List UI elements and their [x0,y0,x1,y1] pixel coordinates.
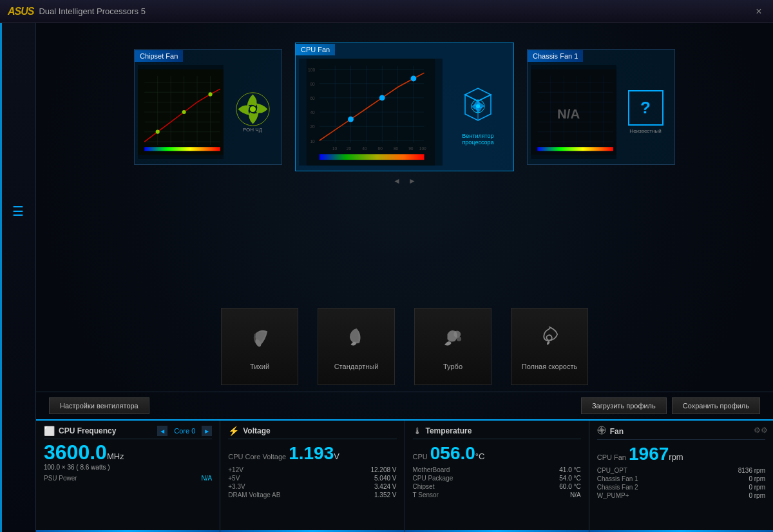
svg-point-53 [476,104,480,108]
voltage-5v-row: +5V 5.040 V [228,475,396,482]
svg-point-13 [156,130,160,134]
main-area: ☰ Chipset Fan [0,23,773,532]
cpu-fan-speed-label: CPU Fan [597,453,626,461]
svg-point-40 [410,76,416,82]
cpu-freq-icon: ⬜ [44,426,55,436]
svg-text:20: 20 [347,146,352,151]
cpu-freq-value: 3600.0MHz [44,442,212,462]
svg-text:10: 10 [310,139,315,144]
fan-panel-header: Fan ⚙⚙ [597,426,765,440]
mode-standard-button[interactable]: Стандартный [318,308,395,385]
svg-text:40: 40 [310,110,315,115]
motherboard-temp-row: MotherBoard 41.0 °C [413,466,581,473]
quiet-label: Тихий [250,363,269,370]
voltage-header: ⚡ Voltage [228,426,396,439]
svg-point-71 [456,337,461,341]
cpu-core-voltage-value: 1.193V [289,444,339,462]
sidebar: ☰ [0,23,36,532]
voltage-title: Voltage [243,426,270,435]
close-button[interactable]: × [752,5,765,18]
save-profile-button[interactable]: Сохранить профиль [672,397,760,414]
cpu-freq-nav: ◄ Core 0 ► [157,426,212,436]
profile-buttons: Загрузить профиль Сохранить профиль [581,397,760,414]
quiet-icon [245,323,274,357]
cpu-freq-next[interactable]: ► [202,426,212,436]
titlebar: ASUS Dual Intelligent Processors 5 × [0,0,773,23]
cpu-freq-prev[interactable]: ◄ [157,426,167,436]
chassis1-fan-chart: N/A [531,65,616,159]
nav-next[interactable]: ► [408,176,416,185]
svg-text:60: 60 [310,96,315,100]
turbo-icon [439,323,468,357]
svg-text:10: 10 [332,146,338,151]
svg-text:40: 40 [362,146,367,151]
svg-marker-50 [465,88,491,101]
mode-section: Тихий Стандартный [36,295,773,392]
cpu-fan-speed-value: 1967rpm [629,445,683,463]
fan-card-cpu[interactable]: CPU Fan 100 80 60 40 20 10 [295,43,514,171]
load-profile-button[interactable]: Загрузить профиль [581,397,667,414]
fullspeed-icon [535,323,564,357]
svg-text:80: 80 [310,82,315,86]
svg-rect-48 [320,154,425,160]
menu-icon[interactable]: ☰ [12,204,24,219]
chipset-fan-chart [138,65,224,159]
chassis1-fan-label: Неизвестный [629,128,661,134]
standard-icon [342,323,371,357]
fan-panel-title: Fan [610,427,624,436]
fan-card-chassis1[interactable]: Chassis Fan 1 [527,49,675,165]
mode-quiet-button[interactable]: Тихий [221,308,298,385]
nav-prev[interactable]: ◄ [393,176,401,185]
svg-rect-67 [537,147,613,151]
cpu-freq-header: ⬜ CPU Frequency ◄ Core 0 ► [44,426,212,439]
standard-label: Стандартный [334,363,379,370]
cpu-fan-chart: 100 80 60 40 20 10 [299,59,443,166]
nav-dots: ◄ ► [55,171,754,191]
cpu-opt-fan-row: CPU_OPT 8136 rpm [597,467,765,474]
cpu-fan-label: Вентилятор процессора [446,133,510,146]
content-area: Chipset Fan [36,23,773,532]
fan-section: Chipset Fan [36,23,773,295]
voltage-12v-row: +12V 12.208 V [228,466,396,473]
voltage-icon: ⚡ [228,426,239,436]
mode-fullspeed-button[interactable]: Полная скорость [511,308,588,385]
fan-card-chipset[interactable]: Chipset Fan [134,49,282,165]
chassis1-fan-row: Chassis Fan 1 0 rpm [597,475,765,482]
chipset-fan-label: РОН ЧД [243,127,262,133]
asus-brand: ASUS [8,6,33,17]
chipset-fan-icon: РОН ЧД [227,65,278,159]
wpump-fan-row: W_PUMP+ 0 rpm [597,492,765,499]
svg-point-39 [379,95,385,100]
cpu-freq-sub: 100.0 × 36 ( 8.6 watts ) [44,464,212,471]
chassis1-fan-title: Chassis Fan 1 [528,50,583,62]
turbo-label: Турбо [443,363,463,370]
cpu-freq-panel: ⬜ CPU Frequency ◄ Core 0 ► 3600.0MHz 100… [36,421,220,532]
mode-turbo-button[interactable]: Турбо [414,308,491,385]
chipset-temp-row: Chipset 60.0 °C [413,483,581,490]
cpu-fan-title: CPU Fan [296,44,335,55]
svg-point-14 [182,110,186,114]
svg-text:100: 100 [308,68,315,72]
svg-text:90: 90 [408,146,414,151]
temperature-header: 🌡 Temperature [413,426,581,439]
chipset-fan-inner: РОН ЧД [135,62,282,162]
fan-settings-button[interactable]: Настройки вентилятора [49,397,149,414]
cpu-freq-core: Core 0 [170,427,199,435]
temperature-title: Temperature [426,426,472,435]
dram-voltage-row: DRAM Voltage AB 1.352 V [228,491,396,499]
voltage-panel: ⚡ Voltage CPU Core Voltage 1.193V +12V 1… [220,421,405,532]
tsensor-temp-row: T Sensor N/A [413,491,581,499]
svg-point-15 [208,92,212,96]
app-logo: ASUS Dual Intelligent Processors 5 [8,6,146,17]
cpu-fan-icon: Вентилятор процессора [446,59,510,166]
svg-rect-16 [144,147,220,151]
fullspeed-label: Полная скорость [522,363,577,370]
svg-text:20: 20 [310,124,315,129]
cpu-package-temp-row: CPU Package 54.0 °C [413,475,581,482]
chassis1-fan-icon: ? Неизвестный [620,65,671,159]
svg-point-38 [348,117,354,122]
cpu-fan-inner: 100 80 60 40 20 10 [296,55,513,169]
fan-settings-gear[interactable]: ⚙⚙ [754,426,768,435]
temperature-icon: 🌡 [413,426,422,436]
svg-text:N/A: N/A [557,106,580,121]
